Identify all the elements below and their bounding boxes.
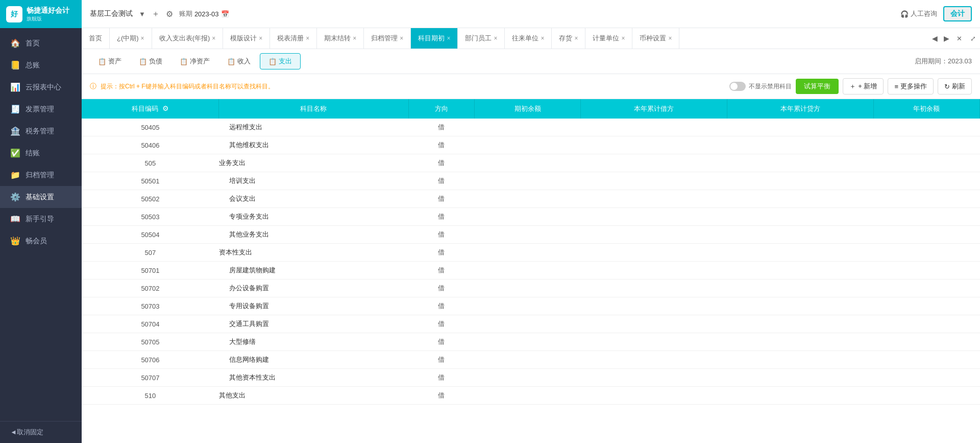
- table-row[interactable]: 50503 专项业务支出 借: [82, 208, 980, 226]
- subtab-net-asset[interactable]: 📋 净资产: [172, 54, 218, 69]
- tabbar: 首页 ¿(中期) × 收入支出表(年报) × 模版设计 × 税表清册 × 期末结…: [82, 28, 980, 49]
- liability-icon: 📋: [139, 58, 147, 65]
- table-row[interactable]: 50704 交通工具购置 借: [82, 315, 980, 333]
- sidebar-item-invoice[interactable]: 🧾 发票管理: [0, 98, 82, 120]
- col-ytd-debit: 本年累计借方: [581, 99, 727, 119]
- company-dropdown-icon[interactable]: ▼: [139, 10, 145, 18]
- tab-expand-button[interactable]: ⤢: [966, 28, 980, 49]
- cell-year-begin: [873, 351, 979, 369]
- tab-close-icon[interactable]: ×: [212, 35, 215, 42]
- tab-tax[interactable]: 税表清册 ×: [270, 28, 317, 49]
- table-row[interactable]: 50502 会议支出 借: [82, 190, 980, 208]
- subtab-asset[interactable]: 📋 资产: [90, 54, 130, 69]
- cell-opening: [475, 297, 581, 315]
- tab-close-icon[interactable]: ×: [574, 35, 578, 42]
- sidebar-item-tax[interactable]: 🏦 税务管理: [0, 120, 82, 142]
- service-button[interactable]: 🎧 人工咨询: [900, 9, 937, 18]
- table-row[interactable]: 50706 信息网络购建 借: [82, 351, 980, 369]
- tab-close-icon[interactable]: ×: [400, 35, 403, 42]
- table-row[interactable]: 50405 远程维支出 借: [82, 119, 980, 136]
- tab-income[interactable]: 收入支出表(年报) ×: [152, 28, 224, 49]
- table-row[interactable]: 50504 其他业务支出 借: [82, 226, 980, 244]
- sidebar-item-reports[interactable]: 📊 云报表中心: [0, 76, 82, 98]
- add-button[interactable]: ＋ + 新增: [843, 78, 884, 95]
- sidebar-collapse[interactable]: ◄取消固定: [0, 421, 82, 443]
- tab-unit[interactable]: 往来单位 ×: [505, 28, 552, 49]
- tab-close-icon[interactable]: ×: [541, 35, 544, 42]
- table-row[interactable]: 505 业务支出 借: [82, 154, 980, 172]
- settings-gear-icon[interactable]: ⚙: [166, 9, 173, 19]
- tab-archive[interactable]: 归档管理 ×: [364, 28, 411, 49]
- table-row[interactable]: 50707 其他资本性支出 借: [82, 369, 980, 387]
- disabled-toggle[interactable]: [729, 82, 746, 91]
- tab-label: 计量单位: [593, 34, 619, 43]
- sidebar-item-label: 云报表中心: [26, 83, 61, 92]
- table-row[interactable]: 50501 培训支出 借: [82, 172, 980, 190]
- tab-subject-init[interactable]: 科目期初 ×: [411, 28, 458, 49]
- cell-opening: [475, 315, 581, 333]
- cell-opening: [475, 190, 581, 208]
- table-row[interactable]: 50406 其他维权支出 借: [82, 136, 980, 154]
- guide-icon: 📖: [10, 214, 20, 224]
- subject-table-wrapper[interactable]: 科目编码 ⚙ 科目名称 方向 期初余额 本年累计借方 本年累计贷方 年初余额 5…: [82, 99, 980, 443]
- tab-measure[interactable]: 计量单位 ×: [585, 28, 632, 49]
- cell-name: 大型修缮: [219, 333, 408, 351]
- sidebar-item-checkout[interactable]: ✅ 结账: [0, 142, 82, 164]
- tab-template[interactable]: 模版设计 ×: [223, 28, 270, 49]
- sidebar-item-guide[interactable]: 📖 新手引导: [0, 208, 82, 230]
- refresh-button[interactable]: ↻ 刷新: [938, 78, 972, 95]
- topbar: 基层工会测试 ▼ ＋ ⚙ 账期 2023-03 📅 🎧 人工咨询 会计: [82, 0, 980, 28]
- table-row[interactable]: 50705 大型修缮 借: [82, 333, 980, 351]
- tab-close-all-button[interactable]: ✕: [952, 28, 966, 49]
- home-icon: 🏠: [10, 38, 20, 48]
- cell-ytd-debit: [581, 244, 727, 262]
- tab-close-icon[interactable]: ×: [259, 35, 262, 42]
- cell-direction: 借: [408, 297, 475, 315]
- cell-ytd-debit: [581, 279, 727, 297]
- tab-label: 往来单位: [512, 34, 538, 43]
- subtab-expense[interactable]: 📋 支出: [260, 53, 301, 69]
- tab-inventory[interactable]: 存货 ×: [552, 28, 585, 49]
- sidebar-item-archive[interactable]: 📁 归档管理: [0, 164, 82, 186]
- calendar-icon[interactable]: 📅: [221, 10, 229, 18]
- tab-next-button[interactable]: ▶: [941, 28, 952, 49]
- tab-close-icon[interactable]: ×: [668, 35, 672, 42]
- tab-period[interactable]: ¿(中期) ×: [110, 28, 152, 49]
- sidebar-item-member[interactable]: 👑 畅会员: [0, 230, 82, 252]
- tab-period-end[interactable]: 期末结转 ×: [317, 28, 364, 49]
- sidebar-item-label: 基础设置: [26, 193, 54, 202]
- tab-close-icon[interactable]: ×: [306, 35, 309, 42]
- sidebar-item-home[interactable]: 🏠 首页: [0, 32, 82, 54]
- subtab-liability[interactable]: 📋 负债: [131, 54, 170, 69]
- account-button[interactable]: 会计: [943, 6, 972, 21]
- tab-home[interactable]: 首页: [82, 28, 110, 49]
- table-row[interactable]: 50702 办公设备购置 借: [82, 279, 980, 297]
- more-button[interactable]: ≡ 更多操作: [888, 78, 934, 95]
- tab-label: 部门员工: [465, 34, 492, 43]
- tab-close-icon[interactable]: ×: [447, 35, 450, 42]
- table-row[interactable]: 510 其他支出 借: [82, 387, 980, 405]
- sidebar-item-ledger[interactable]: 📒 总账: [0, 54, 82, 76]
- tab-department[interactable]: 部门员工 ×: [458, 28, 505, 49]
- table-row[interactable]: 50703 专用设备购置 借: [82, 297, 980, 315]
- sidebar-item-settings[interactable]: ⚙️ 基础设置: [0, 186, 82, 208]
- subtab-income[interactable]: 📋 收入: [219, 54, 259, 69]
- subtab-label: 净资产: [190, 57, 210, 66]
- table-row[interactable]: 50701 房屋建筑物购建 借: [82, 262, 980, 279]
- balance-button[interactable]: 试算平衡: [796, 79, 839, 94]
- cell-name: 其他资本性支出: [219, 369, 408, 387]
- tab-close-icon[interactable]: ×: [621, 35, 625, 42]
- tab-prev-button[interactable]: ◀: [929, 28, 941, 49]
- logo-icon: 好: [6, 6, 22, 22]
- col-direction: 方向: [408, 99, 475, 119]
- cell-ytd-debit: [581, 226, 727, 244]
- tab-close-icon[interactable]: ×: [141, 35, 144, 42]
- add-company-icon[interactable]: ＋: [152, 9, 160, 19]
- table-row[interactable]: 507 资本性支出 借: [82, 244, 980, 262]
- invoice-icon: 🧾: [10, 104, 20, 114]
- tab-close-icon[interactable]: ×: [353, 35, 356, 42]
- tab-close-icon[interactable]: ×: [494, 35, 497, 42]
- column-settings-icon[interactable]: ⚙: [162, 104, 169, 112]
- tab-currency[interactable]: 币种设置 ×: [632, 28, 679, 49]
- checkout-icon: ✅: [10, 148, 20, 158]
